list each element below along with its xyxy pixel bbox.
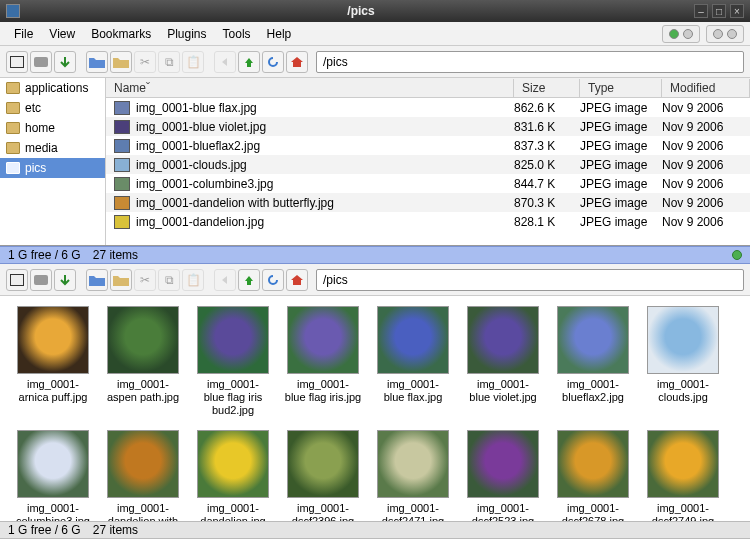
file-name: img_0001-blueflax2.jpg [136, 139, 260, 153]
thumb-item[interactable]: img_0001-blue flag iris.jpg [284, 306, 362, 418]
thumbnail-pane[interactable]: img_0001-arnica puff.jpgimg_0001-aspen p… [0, 296, 750, 521]
file-row[interactable]: img_0001-clouds.jpg825.0 KJPEG imageNov … [106, 155, 750, 174]
thumb-item[interactable]: img_0001-clouds.jpg [644, 306, 722, 418]
menu-file[interactable]: File [6, 24, 41, 44]
svg-rect-2 [34, 57, 48, 67]
titlebar: /pics – □ × [0, 0, 750, 22]
activity-indicator-1 [662, 25, 700, 43]
reload-button[interactable] [262, 269, 284, 291]
disk-free: 1 G free / 6 G [8, 523, 81, 537]
file-row[interactable]: img_0001-dandelion with butterfly.jpg870… [106, 193, 750, 212]
thumb-item[interactable]: img_0001-arnica puff.jpg [14, 306, 92, 418]
refresh-down-button[interactable] [54, 51, 76, 73]
minimize-button[interactable]: – [694, 4, 708, 18]
thumb-item[interactable]: img_0001-dscf2678.jpg [554, 430, 632, 521]
thumbnail-image [647, 306, 719, 374]
thumbnail-image [647, 430, 719, 498]
folder-open-button[interactable] [86, 51, 108, 73]
new-folder-button[interactable] [110, 51, 132, 73]
thumb-item[interactable]: img_0001-blueflax2.jpg [554, 306, 632, 418]
svg-rect-5 [34, 275, 48, 285]
terminal-button[interactable] [6, 269, 28, 291]
thumb-item[interactable]: img_0001-dscf2749.jpg [644, 430, 722, 521]
thumbnail-image [557, 430, 629, 498]
file-thumb-icon [114, 101, 130, 115]
close-button[interactable]: × [730, 4, 744, 18]
list-pane: applicationsetchomemediapics Nameˇ Size … [0, 78, 750, 246]
file-type: JPEG image [576, 177, 658, 191]
thumb-item[interactable]: img_0001-dscf2396.jpg [284, 430, 362, 521]
thumb-item[interactable]: img_0001-dandelion with butterfly.jpg [104, 430, 182, 521]
file-row[interactable]: img_0001-columbine3.jpg844.7 KJPEG image… [106, 174, 750, 193]
menu-help[interactable]: Help [259, 24, 300, 44]
thumb-item[interactable]: img_0001-blue flag iris bud2.jpg [194, 306, 272, 418]
copy-button[interactable]: ⧉ [158, 51, 180, 73]
folder-icon [6, 102, 20, 114]
drive-button[interactable] [30, 51, 52, 73]
file-type: JPEG image [576, 215, 658, 229]
thumbnail-label: img_0001-blueflax2.jpg [562, 378, 624, 404]
refresh-down-button[interactable] [54, 269, 76, 291]
col-header-name[interactable]: Nameˇ [106, 79, 514, 97]
file-thumb-icon [114, 158, 130, 172]
cut-button[interactable]: ✂ [134, 269, 156, 291]
thumb-item[interactable]: img_0001-aspen path.jpg [104, 306, 182, 418]
maximize-button[interactable]: □ [712, 4, 726, 18]
thumb-item[interactable]: img_0001-dandelion.jpg [194, 430, 272, 521]
statusbar-bottom: 1 G free / 6 G 27 items [0, 521, 750, 539]
folder-open-button[interactable] [86, 269, 108, 291]
file-name: img_0001-clouds.jpg [136, 158, 247, 172]
thumb-item[interactable]: img_0001-blue violet.jpg [464, 306, 542, 418]
file-row[interactable]: img_0001-blue violet.jpg831.6 KJPEG imag… [106, 117, 750, 136]
sort-dropdown-icon[interactable]: ˇ [146, 81, 150, 95]
sidebar-item-media[interactable]: media [0, 138, 105, 158]
menu-bookmarks[interactable]: Bookmarks [83, 24, 159, 44]
col-header-size[interactable]: Size [514, 79, 580, 97]
drive-button[interactable] [30, 269, 52, 291]
sidebar-label: etc [25, 101, 41, 115]
thumb-item[interactable]: img_0001-columbine3.jpg [14, 430, 92, 521]
up-button[interactable] [238, 269, 260, 291]
file-row[interactable]: img_0001-dandelion.jpg828.1 KJPEG imageN… [106, 212, 750, 231]
col-header-modified[interactable]: Modified [662, 79, 750, 97]
menu-plugins[interactable]: Plugins [159, 24, 214, 44]
new-folder-button[interactable] [110, 269, 132, 291]
thumbnail-label: img_0001-blue flag iris bud2.jpg [194, 378, 272, 418]
address-input-bottom[interactable] [316, 269, 744, 291]
back-button[interactable] [214, 269, 236, 291]
menu-tools[interactable]: Tools [215, 24, 259, 44]
sidebar-item-etc[interactable]: etc [0, 98, 105, 118]
file-size: 844.7 K [510, 177, 576, 191]
thumb-item[interactable]: img_0001-dscf2471.jpg [374, 430, 452, 521]
address-input-top[interactable] [316, 51, 744, 73]
terminal-button[interactable] [6, 51, 28, 73]
file-size: 862.6 K [510, 101, 576, 115]
thumb-item[interactable]: img_0001-dscf2523.jpg [464, 430, 542, 521]
file-size: 870.3 K [510, 196, 576, 210]
sidebar-item-applications[interactable]: applications [0, 78, 105, 98]
window-title: /pics [28, 4, 694, 18]
file-list[interactable]: Nameˇ Size Type Modified img_0001-blue f… [106, 78, 750, 245]
copy-button[interactable]: ⧉ [158, 269, 180, 291]
cut-button[interactable]: ✂ [134, 51, 156, 73]
file-row[interactable]: img_0001-blue flax.jpg862.6 KJPEG imageN… [106, 98, 750, 117]
back-button[interactable] [214, 51, 236, 73]
home-button[interactable] [286, 51, 308, 73]
file-row[interactable]: img_0001-blueflax2.jpg837.3 KJPEG imageN… [106, 136, 750, 155]
reload-button[interactable] [262, 51, 284, 73]
thumbnail-image [197, 306, 269, 374]
thumb-item[interactable]: img_0001-blue flax.jpg [374, 306, 452, 418]
file-thumb-icon [114, 177, 130, 191]
thumbnail-image [467, 430, 539, 498]
thumbnail-image [197, 430, 269, 498]
menu-view[interactable]: View [41, 24, 83, 44]
paste-button[interactable]: 📋 [182, 269, 204, 291]
col-header-type[interactable]: Type [580, 79, 662, 97]
sidebar-item-pics[interactable]: pics [0, 158, 105, 178]
home-button[interactable] [286, 269, 308, 291]
up-button[interactable] [238, 51, 260, 73]
thumbnail-label: img_0001-aspen path.jpg [107, 378, 179, 404]
paste-button[interactable]: 📋 [182, 51, 204, 73]
sidebar-item-home[interactable]: home [0, 118, 105, 138]
item-count: 27 items [93, 523, 138, 537]
